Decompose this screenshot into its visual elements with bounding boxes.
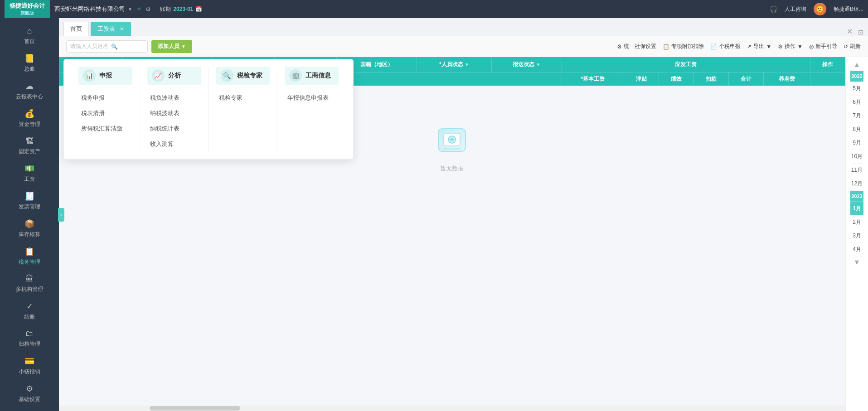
calendar-icon[interactable]: 📅 [195, 6, 202, 12]
filter-status-icon[interactable]: ▼ [465, 62, 469, 67]
logo-name: 畅捷通好会计 [10, 2, 45, 10]
dropdown-item-税负波动表[interactable]: 税负波动表 [147, 90, 201, 106]
guide-icon: ◎ [809, 44, 814, 50]
window-close-icon[interactable]: ✕ [847, 27, 853, 36]
col-title-分析: 分析 [168, 72, 181, 80]
sidebar-item-库存核算[interactable]: 📦 库存核算 [0, 214, 59, 242]
logo-version: 旗舰版 [20, 10, 34, 16]
sidebar-item-多机构管理[interactable]: 🏛 多机构管理 [0, 270, 59, 297]
tab-close-icon[interactable]: ✕ [120, 26, 124, 32]
add-person-button[interactable]: 添加人员 ▼ [151, 40, 192, 53]
window-restore-icon[interactable]: ⊡ [858, 29, 863, 36]
month-item-11月[interactable]: 11月 [850, 164, 863, 177]
dropdown-item-收入测算[interactable]: 收入测算 [147, 136, 201, 152]
sidebar-item-总账[interactable]: 📒 总账 [0, 49, 59, 77]
dropdown-item-税表清册[interactable]: 税表清册 [78, 106, 132, 121]
dropdown-item-税务申报[interactable]: 税务申报 [78, 90, 132, 106]
export-button[interactable]: ↗ 导出 ▼ [747, 43, 771, 50]
dropdown-col-header-申报: 📊 申报 [78, 67, 132, 85]
month-nav-up[interactable]: ▲ [846, 59, 868, 71]
operations-button[interactable]: ⚙ 操作 ▼ [778, 43, 803, 50]
sidebar-item-工资[interactable]: 💵 工资 [0, 159, 59, 187]
deductions-icon: 📋 [663, 44, 669, 50]
service-label[interactable]: 人工咨询 [785, 5, 806, 13]
filter-report-icon[interactable]: ▼ [536, 62, 541, 67]
user-name[interactable]: 畅捷通B组... [834, 5, 863, 13]
col-report-status: 报送状态 ▼ [491, 57, 562, 73]
sidebar-item-税务管理[interactable]: 📋 税务管理 [0, 242, 59, 270]
col-status: *人员状态 ▼ [417, 57, 492, 73]
social-insurance-icon: ⚙ [617, 44, 622, 50]
sub-col-total: 合计 [729, 73, 764, 86]
month-item-1月[interactable]: 1月 [850, 202, 863, 216]
dropdown-col-工商信息: 🏢 工商信息 年报信息申报表 [277, 67, 346, 152]
sidebar-label: 税务管理 [19, 258, 40, 266]
export-dropdown-icon: ▼ [766, 44, 771, 50]
month-item-4月[interactable]: 4月 [850, 243, 863, 256]
month-item-10月[interactable]: 10月 [850, 150, 863, 164]
month-item-5月[interactable]: 5月 [850, 82, 863, 96]
sub-col-deductions: 扣款 [694, 73, 729, 86]
dropdown-item-所得税汇算清缴[interactable]: 所得税汇算清缴 [78, 121, 132, 136]
service-icon: 🎧 [770, 5, 777, 13]
month-item-7月[interactable]: 7月 [850, 109, 863, 123]
sidebar-label: 库存核算 [19, 231, 40, 238]
refresh-button[interactable]: ↺ 刷新 [844, 43, 861, 50]
dropdown-item-税检专家[interactable]: 税检专家 [216, 90, 270, 106]
operations-dropdown-icon: ▼ [797, 44, 803, 50]
month-item-9月[interactable]: 9月 [850, 136, 863, 150]
tax-dropdown-popup: 📊 申报 税务申报税表清册所得税汇算清缴 📈 分析 税负波动表纳税波动表纳税统计… [63, 59, 354, 160]
top-bar-right: 🎧 人工咨询 🙂 畅捷通B组... [770, 3, 863, 15]
sidebar-collapse-button[interactable]: ‹ [58, 208, 64, 222]
period-label: 账期 [160, 5, 171, 13]
sidebar-item-资金管理[interactable]: 💰 资金管理 [0, 104, 59, 132]
sidebar-item-固定资产[interactable]: 🏗 固定资产 [0, 132, 59, 159]
sidebar-icon: 🏗 [25, 136, 34, 146]
sidebar-icon: 🗂 [25, 329, 34, 338]
col-icon-申报: 📊 [83, 69, 96, 82]
month-item-8月[interactable]: 8月 [850, 123, 863, 136]
scrollbar-thumb[interactable] [150, 406, 240, 411]
sub-col-pension: 养老费 [764, 73, 810, 86]
dropdown-item-纳税波动表[interactable]: 纳税波动表 [147, 106, 201, 121]
sidebar-item-首页[interactable]: ⌂ 首页 [0, 22, 59, 49]
sidebar-item-归档管理[interactable]: 🗂 归档管理 [0, 324, 59, 352]
month-item-3月[interactable]: 3月 [850, 229, 863, 243]
month-nav-down[interactable]: ▼ [846, 256, 868, 268]
month-item-6月[interactable]: 6月 [850, 96, 863, 109]
sidebar-item-发票管理[interactable]: 🧾 发票管理 [0, 187, 59, 214]
company-dropdown-icon[interactable]: ▼ [128, 7, 132, 12]
sidebar-item-结账[interactable]: ✓ 结账 [0, 297, 59, 324]
sidebar-item-云报表中心[interactable]: ☁ 云报表中心 [0, 77, 59, 104]
toolbar: 请输入人员姓名 🔍 添加人员 ▼ ⚙ 统一社保设置 📋 专项附加扣除 📄 个税申 [59, 36, 868, 57]
sidebar-item-新手引导[interactable]: ◎ 新手引导 [0, 407, 59, 411]
tab-home[interactable]: 首页 [63, 22, 89, 36]
app-logo: 畅捷通好会计 旗舰版 [5, 0, 50, 18]
sidebar-icon: 💳 [24, 356, 34, 366]
horizontal-scrollbar[interactable] [59, 406, 845, 411]
tax-report-button[interactable]: 📄 个税申报 [710, 43, 741, 50]
search-icon: 🔍 [111, 44, 118, 50]
month-item-2月[interactable]: 2月 [850, 216, 863, 229]
add-company-icon[interactable]: + [137, 5, 141, 13]
month-item-12月[interactable]: 12月 [850, 177, 863, 191]
dropdown-col-header-分析: 📈 分析 [147, 67, 201, 85]
dropdown-col-header-税检专家: 🔍 税检专家 [216, 67, 270, 85]
social-insurance-button[interactable]: ⚙ 统一社保设置 [617, 43, 656, 50]
sidebar-item-基础设置[interactable]: ⚙ 基础设置 [0, 379, 59, 407]
company-selector[interactable]: 西安虾米网络科技有限公司 ▼ + ⚙ [54, 5, 151, 13]
sidebar-icon: ⚙ [26, 384, 33, 394]
settings-icon[interactable]: ⚙ [145, 6, 151, 13]
sub-col-base-salary: *基本工资 [562, 73, 624, 86]
sidebar-item-小畅报销[interactable]: 💳 小畅报销 [0, 352, 59, 379]
dropdown-item-纳税统计表[interactable]: 纳税统计表 [147, 121, 201, 136]
guide-button[interactable]: ◎ 新手引导 [809, 43, 837, 50]
tab-salary[interactable]: 工资表 ✕ [91, 22, 131, 36]
col-title-工商信息: 工商信息 [305, 72, 331, 80]
col-icon-工商信息: 🏢 [289, 69, 302, 82]
dropdown-item-年报信息申报表[interactable]: 年报信息申报表 [285, 90, 339, 106]
search-placeholder-text: 请输入人员姓名 [70, 43, 108, 50]
search-box[interactable]: 请输入人员姓名 🔍 [66, 40, 148, 53]
tax-report-icon: 📄 [710, 44, 717, 50]
deductions-button[interactable]: 📋 专项附加扣除 [663, 43, 704, 50]
